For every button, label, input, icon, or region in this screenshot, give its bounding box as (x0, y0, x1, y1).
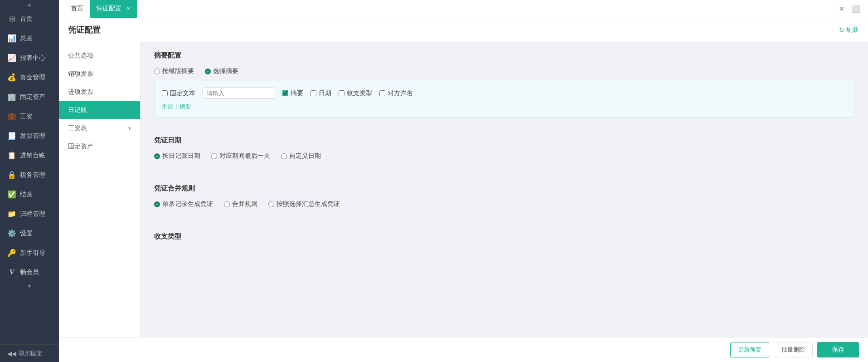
window-close-btn[interactable]: ✕ (837, 5, 846, 13)
select-summary-option[interactable]: 选择摘要 (205, 67, 238, 75)
select-total-radio[interactable] (268, 201, 274, 207)
nav-label-purchase: 进项发票 (68, 88, 93, 96)
settings-icon: ⚙️ (7, 229, 16, 238)
counterpart-label: 对方户名 (388, 89, 413, 98)
reports-icon: 📈 (7, 54, 16, 62)
sidebar-item-guide[interactable]: 🔑 新手引导 (0, 243, 59, 263)
batch-delete-button[interactable]: 批量删除 (774, 342, 813, 357)
income-expense-section: 收支类型 (154, 232, 854, 257)
refresh-label: 刷新 (846, 26, 859, 34)
nav-payroll-table[interactable]: 工资表 ▾ (59, 119, 140, 137)
sidebar-item-home[interactable]: ⊞ 首页 (0, 9, 59, 29)
nav-purchase-invoice[interactable]: 进项发票 (59, 83, 140, 101)
bottom-bar: 更新预置 批量删除 保存 (59, 337, 868, 362)
sidebar-label-tax: 税务管理 (20, 171, 45, 179)
page-content: 凭证配置 ↻ 刷新 公共选项 销项发票 进项发票 日记账 (59, 18, 868, 362)
page-header: 凭证配置 ↻ 刷新 (59, 18, 868, 42)
custom-date-radio[interactable] (281, 153, 287, 159)
by-journal-date-option[interactable]: 按日记账日期 (154, 152, 200, 160)
single-record-label: 单条记录生成凭证 (162, 200, 213, 208)
tab-voucher-config-label: 凭证配置 (96, 5, 121, 13)
refresh-button[interactable]: ↻ 刷新 (839, 26, 859, 34)
sidebar-scroll-down[interactable]: ▼ (0, 282, 59, 291)
example-prefix: 例如： (162, 103, 179, 110)
nav-sales-invoice[interactable]: 销项发票 (59, 65, 140, 83)
sidebar-item-sales-ledger[interactable]: 📋 进销台账 (0, 146, 59, 165)
sidebar-item-tax[interactable]: 🔒 税务管理 (0, 165, 59, 185)
cancel-pin-btn[interactable]: ◀◀ 取消固定 (0, 344, 59, 362)
invoice-icon: 🧾 (7, 132, 16, 140)
summary-config-title: 摘要配置 (154, 51, 854, 60)
tab-close-icon[interactable]: ✕ (126, 5, 131, 12)
nav-label-sales: 销项发票 (68, 70, 93, 78)
sidebar-label-invoice: 发票管理 (20, 132, 45, 140)
sidebar-item-payroll[interactable]: 💼 工资 (0, 107, 59, 126)
custom-date-option[interactable]: 自定义日期 (281, 152, 321, 160)
sidebar-item-funds[interactable]: 💰 资金管理 (0, 68, 59, 87)
summary-config-section: 摘要配置 按模版摘要 选择摘要 (154, 51, 854, 127)
merge-rules-option[interactable]: 合并规则 (224, 200, 257, 208)
nav-journal[interactable]: 日记账 (59, 101, 140, 119)
fixed-text-checkbox[interactable] (162, 90, 168, 96)
nav-public-options[interactable]: 公共选项 (59, 47, 140, 65)
date-checkbox[interactable] (310, 90, 316, 96)
sidebar-scroll-up[interactable]: ▲ (0, 0, 59, 9)
summary-options-row: 按模版摘要 选择摘要 (154, 67, 854, 75)
last-day-radio[interactable] (211, 153, 217, 159)
window-maximize-btn[interactable]: ⬜ (850, 5, 863, 13)
nav-label-journal: 日记账 (68, 106, 87, 114)
nav-label-payroll-table: 工资表 (68, 124, 87, 132)
last-day-option[interactable]: 对应期间最后一天 (211, 152, 270, 160)
sidebar-item-invoice-mgmt[interactable]: 🧾 发票管理 (0, 126, 59, 146)
guide-icon: 🔑 (7, 249, 16, 257)
merge-rules-radio[interactable] (224, 201, 230, 207)
voucher-date-title: 凭证日期 (154, 136, 854, 145)
sidebar-item-settings[interactable]: ⚙️ 设置 (0, 224, 59, 243)
main-area: 首页 凭证配置 ✕ ✕ ⬜ 凭证配置 ↻ 刷新 公共选项 (59, 0, 868, 362)
last-day-label: 对应期间最后一天 (219, 152, 270, 160)
counterpart-option[interactable]: 对方户名 (379, 89, 413, 98)
sidebar-item-reports[interactable]: 📈 报表中心 (0, 48, 59, 68)
single-record-option[interactable]: 单条记录生成凭证 (154, 200, 213, 208)
sidebar-item-vip[interactable]: V 畅会员 (0, 263, 59, 282)
ledger-icon: 📊 (7, 34, 16, 43)
sidebar-item-archive[interactable]: 📁 归档管理 (0, 204, 59, 224)
select-total-label: 按照选择汇总生成凭证 (276, 200, 340, 208)
select-total-option[interactable]: 按照选择汇总生成凭证 (268, 200, 340, 208)
tab-voucher-config[interactable]: 凭证配置 ✕ (90, 0, 137, 18)
merge-rules-title: 凭证合并规则 (154, 184, 854, 193)
template-summary-radio[interactable] (154, 68, 160, 74)
tab-home[interactable]: 首页 (64, 0, 90, 18)
counterpart-checkbox[interactable] (379, 90, 385, 96)
select-summary-radio[interactable] (205, 68, 211, 74)
sidebar-label-archive: 归档管理 (20, 210, 45, 218)
payroll-icon: 💼 (7, 112, 16, 121)
nav-label-public: 公共选项 (68, 52, 93, 60)
sidebar-label-reports: 报表中心 (20, 54, 45, 62)
merge-rules-section: 凭证合并规则 单条记录生成凭证 合并规则 按照选择汇总生成凭证 (154, 184, 854, 223)
update-preview-button[interactable]: 更新预置 (730, 342, 769, 357)
template-summary-option[interactable]: 按模版摘要 (154, 67, 194, 75)
content-layout: 公共选项 销项发票 进项发票 日记账 工资表 ▾ 固定资产 (59, 42, 868, 337)
single-record-radio[interactable] (154, 201, 160, 207)
by-journal-date-radio[interactable] (154, 153, 160, 159)
save-button[interactable]: 保存 (817, 342, 859, 357)
income-expense-checkbox[interactable] (339, 90, 344, 96)
pin-icon: ◀◀ (7, 350, 16, 357)
tab-actions: ✕ ⬜ (837, 5, 863, 13)
archive-icon: 📁 (7, 210, 16, 218)
date-option[interactable]: 日期 (310, 89, 331, 98)
sidebar-label-sales-ledger: 进销台账 (20, 152, 45, 160)
fixed-text-input[interactable] (203, 88, 275, 99)
fixed-text-option[interactable]: 固定文本 (162, 89, 195, 98)
sidebar-item-close[interactable]: ✅ 结账 (0, 185, 59, 204)
income-expense-option[interactable]: 收支类型 (339, 89, 372, 98)
cancel-pin-label: 取消固定 (19, 349, 43, 357)
sidebar-item-ledger[interactable]: 📊 总账 (0, 29, 59, 48)
close-accounts-icon: ✅ (7, 190, 16, 199)
nav-fixed-assets[interactable]: 固定资产 (59, 137, 140, 156)
sidebar-item-assets[interactable]: 🏢 固定资产 (0, 87, 59, 107)
summary-option[interactable]: 摘要 (282, 89, 303, 98)
merge-rules-options-row: 单条记录生成凭证 合并规则 按照选择汇总生成凭证 (154, 200, 854, 208)
summary-checkbox[interactable] (282, 90, 288, 96)
